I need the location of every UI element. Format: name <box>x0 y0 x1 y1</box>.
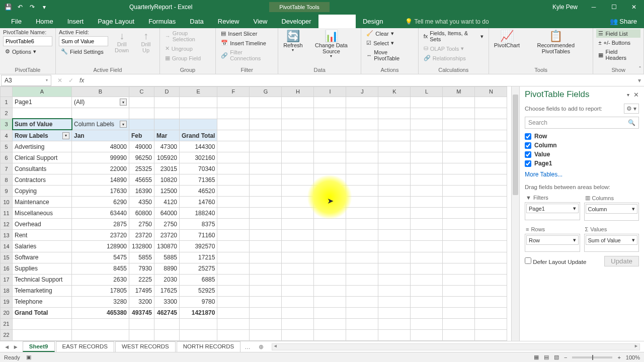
cell[interactable] <box>346 219 378 230</box>
cell[interactable] <box>217 329 250 340</box>
row-label[interactable]: Software <box>13 252 72 263</box>
col-header-L[interactable]: L <box>411 87 443 97</box>
cell[interactable] <box>475 329 507 340</box>
cell[interactable] <box>13 318 72 329</box>
fields-pane-close-icon[interactable]: ✕ <box>633 91 639 99</box>
cell[interactable] <box>443 296 475 307</box>
data-cell[interactable]: 2875 <box>72 219 129 230</box>
row-dropdown-icon[interactable]: ▾ <box>62 132 69 139</box>
tab-review[interactable]: Review <box>211 15 247 28</box>
col-header-K[interactable]: K <box>378 87 411 97</box>
data-cell[interactable]: 71365 <box>180 174 217 186</box>
total-cell[interactable]: 462745 <box>154 307 180 318</box>
cell[interactable] <box>411 241 443 252</box>
cell[interactable] <box>250 130 282 141</box>
save-icon[interactable]: 💾 <box>4 3 12 11</box>
horizontal-scrollbar[interactable]: ◄ ► <box>272 343 640 350</box>
values-area-item[interactable]: Sum of Value▾ <box>586 235 638 245</box>
cell[interactable] <box>475 152 507 163</box>
row-header-2[interactable]: 2 <box>1 108 13 119</box>
row-label[interactable]: Supplies <box>13 263 72 274</box>
active-field-input[interactable] <box>59 36 108 46</box>
page-field-label[interactable]: Page1 <box>13 97 72 108</box>
cell[interactable] <box>346 307 378 318</box>
cell[interactable] <box>250 174 282 186</box>
row-label[interactable]: Clerical Support <box>13 152 72 163</box>
fields-pane-dropdown-icon[interactable]: ▾ <box>627 92 629 98</box>
cell[interactable] <box>411 152 443 163</box>
cell[interactable] <box>250 274 282 285</box>
row-label[interactable]: Copying <box>13 186 72 197</box>
row-header-17[interactable]: 17 <box>1 274 13 285</box>
page-field-value[interactable]: (All)▾ <box>72 97 129 108</box>
data-cell[interactable]: 16390 <box>129 186 154 197</box>
cell[interactable] <box>250 263 282 274</box>
cell[interactable] <box>282 130 314 141</box>
cell[interactable] <box>411 208 443 219</box>
data-cell[interactable]: 17625 <box>154 285 180 296</box>
cell[interactable] <box>314 219 346 230</box>
filters-area-item[interactable]: Page1▾ <box>526 204 579 213</box>
macro-record-icon[interactable]: ▣ <box>26 354 31 360</box>
data-cell[interactable]: 49000 <box>129 141 154 152</box>
cell[interactable] <box>475 241 507 252</box>
cell[interactable] <box>250 252 282 263</box>
cell[interactable] <box>443 208 475 219</box>
cell[interactable] <box>282 141 314 152</box>
cell[interactable] <box>217 141 250 152</box>
cell[interactable] <box>154 97 180 108</box>
data-cell[interactable]: 23720 <box>129 230 154 241</box>
user-name[interactable]: Kyle Pew <box>546 4 584 11</box>
cell[interactable] <box>443 274 475 285</box>
cell[interactable] <box>411 263 443 274</box>
cell[interactable] <box>346 318 378 329</box>
data-cell[interactable]: 23015 <box>154 163 180 174</box>
data-cell[interactable]: 2030 <box>154 274 180 285</box>
cell[interactable] <box>443 219 475 230</box>
cell[interactable] <box>346 197 378 208</box>
cell[interactable] <box>314 97 346 108</box>
clear-button[interactable]: 🧹 Clear ▾ <box>364 29 415 38</box>
select-button[interactable]: ☑ Select ▾ <box>364 39 415 47</box>
cell[interactable] <box>378 252 411 263</box>
cell[interactable] <box>217 97 250 108</box>
cell[interactable] <box>250 241 282 252</box>
data-cell[interactable]: 10820 <box>154 174 180 186</box>
cell[interactable] <box>443 141 475 152</box>
cell[interactable] <box>378 296 411 307</box>
cell[interactable] <box>475 318 507 329</box>
data-cell[interactable]: 3300 <box>154 296 180 307</box>
cell[interactable] <box>378 318 411 329</box>
row-header-9[interactable]: 9 <box>1 186 13 197</box>
cell[interactable] <box>378 230 411 241</box>
data-cell[interactable]: 8455 <box>72 263 129 274</box>
cell[interactable] <box>475 119 507 130</box>
cell[interactable] <box>217 274 250 285</box>
data-cell[interactable]: 17805 <box>72 285 129 296</box>
cell[interactable] <box>346 163 378 174</box>
collapse-ribbon-icon[interactable]: ˆ <box>639 66 641 72</box>
tab-data[interactable]: Data <box>183 15 210 28</box>
cell[interactable] <box>282 307 314 318</box>
cell[interactable] <box>443 119 475 130</box>
field-checkbox-value[interactable]: Value <box>525 151 639 158</box>
tab-analyze[interactable]: Analyze <box>318 15 356 28</box>
change-data-source-button[interactable]: 📊Change Data Source▾ <box>305 29 358 60</box>
field-list-button[interactable]: ☰ Field List <box>596 29 640 38</box>
row-header-13[interactable]: 13 <box>1 230 13 241</box>
cell[interactable] <box>346 97 378 108</box>
data-cell[interactable]: 4120 <box>154 197 180 208</box>
cell[interactable] <box>475 230 507 241</box>
cell[interactable] <box>411 230 443 241</box>
cell[interactable] <box>411 97 443 108</box>
cell[interactable] <box>314 274 346 285</box>
tell-me-input[interactable]: 💡 Tell me what you want to do <box>400 15 494 28</box>
data-cell[interactable]: 2750 <box>129 219 154 230</box>
data-cell[interactable]: 14890 <box>72 174 129 186</box>
zoom-in-icon[interactable]: + <box>617 354 620 360</box>
row-label[interactable]: Consultants <box>13 163 72 174</box>
cell[interactable] <box>475 307 507 318</box>
cell[interactable] <box>378 274 411 285</box>
cell[interactable] <box>314 163 346 174</box>
cell[interactable] <box>411 163 443 174</box>
